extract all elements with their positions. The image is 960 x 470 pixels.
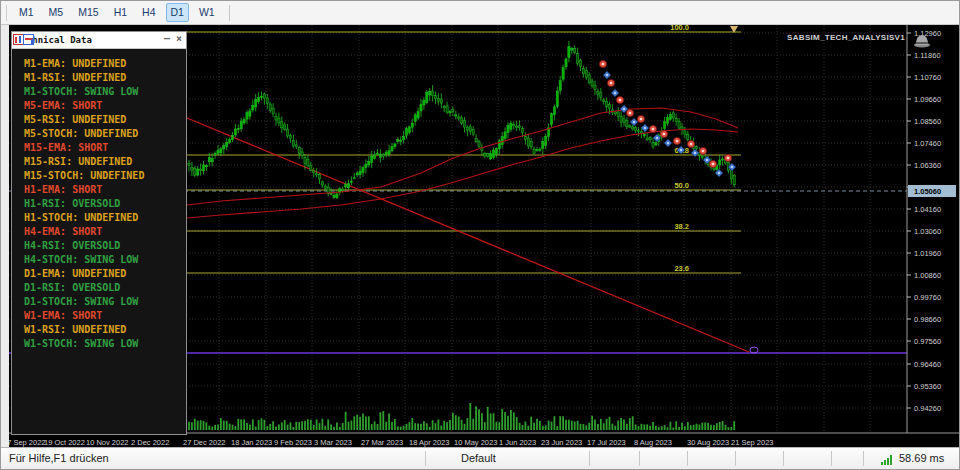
indicator-row-m5-ema: M5-EMA: SHORT [24, 99, 186, 113]
svg-text:0.96460: 0.96460 [914, 360, 941, 369]
svg-text:1.06360: 1.06360 [914, 161, 941, 170]
indicator-row-m1-rsi: M1-RSI: UNDEFINED [24, 71, 186, 85]
indicator-row-h1-rsi: H1-RSI: OVERSOLD [24, 197, 186, 211]
svg-text:50.0: 50.0 [674, 181, 689, 190]
svg-text:1.11860: 1.11860 [914, 51, 941, 60]
svg-text:1.12960: 1.12960 [914, 29, 941, 38]
svg-text:27 Dec 2022: 27 Dec 2022 [183, 438, 226, 447]
panel-titlebar[interactable]: Technical Data – × [12, 32, 186, 49]
timeframe-button-m1[interactable]: M1 [14, 3, 39, 22]
svg-text:10 Nov 2022: 10 Nov 2022 [86, 438, 129, 447]
timeframe-button-w1[interactable]: W1 [194, 3, 220, 22]
svg-text:0.97560: 0.97560 [914, 337, 941, 346]
svg-text:27 Sep 2022: 27 Sep 2022 [9, 438, 46, 447]
indicator-row-m5-stoch: M5-STOCH: UNDEFINED [24, 127, 186, 141]
indicator-row-m15-stoch: M15-STOCH: UNDEFINED [24, 169, 186, 183]
indicator-row-m5-rsi: M5-RSI: UNDEFINED [24, 113, 186, 127]
svg-text:1.04160: 1.04160 [914, 205, 941, 214]
svg-text:1.00860: 1.00860 [914, 271, 941, 280]
indicator-row-m15-rsi: M15-RSI: UNDEFINED [24, 155, 186, 169]
timeframe-button-h4[interactable]: H4 [137, 3, 160, 22]
svg-text:1.01960: 1.01960 [914, 249, 941, 258]
svg-text:1.10760: 1.10760 [914, 73, 941, 82]
indicator-row-w1-rsi: W1-RSI: UNDEFINED [24, 323, 186, 337]
indicator-row-h1-stoch: H1-STOCH: UNDEFINED [24, 211, 186, 225]
svg-text:10 May 2023: 10 May 2023 [454, 438, 497, 447]
svg-text:9 Feb 2023: 9 Feb 2023 [274, 438, 312, 447]
svg-text:18 Jan 2023: 18 Jan 2023 [231, 438, 272, 447]
timeframe-button-d1[interactable]: D1 [166, 3, 189, 22]
svg-text:1.08560: 1.08560 [914, 117, 941, 126]
close-icon[interactable]: × [176, 31, 182, 47]
indicator-row-h4-stoch: H4-STOCH: SWING LOW [24, 253, 186, 267]
timeframe-button-m15[interactable]: M15 [73, 3, 103, 22]
panel-body: M1-EMA: UNDEFINEDM1-RSI: UNDEFINEDM1-STO… [12, 49, 186, 351]
indicator-row-w1-ema: W1-EMA: SHORT [24, 309, 186, 323]
svg-text:23.6: 23.6 [674, 264, 689, 273]
status-divider [863, 451, 864, 466]
svg-text:19 Oct 2022: 19 Oct 2022 [44, 438, 85, 447]
minimize-icon[interactable]: – [164, 31, 170, 47]
svg-text:2 Dec 2022: 2 Dec 2022 [131, 438, 169, 447]
svg-text:1.09660: 1.09660 [914, 95, 941, 104]
svg-text:8 Aug 2023: 8 Aug 2023 [634, 438, 672, 447]
timeframe-toolbar: M1M5M15H1H4D1W1 [1, 1, 959, 25]
indicator-row-m15-ema: M15-EMA: SHORT [24, 141, 186, 155]
timeframe-button-h1[interactable]: H1 [109, 3, 132, 22]
terminal-window: M1M5M15H1H4D1W1 100.061.850.038.223.61.1… [0, 0, 960, 470]
svg-text:23 Jun 2023: 23 Jun 2023 [541, 438, 582, 447]
status-divider [831, 451, 832, 466]
svg-text:0.94260: 0.94260 [914, 404, 941, 413]
indicator-row-m1-stoch: M1-STOCH: SWING LOW [24, 85, 186, 99]
status-divider [783, 451, 784, 466]
indicator-row-h4-rsi: H4-RSI: OVERSOLD [24, 239, 186, 253]
svg-text:100.0: 100.0 [670, 25, 689, 32]
status-divider [589, 451, 590, 466]
indicator-row-d1-rsi: D1-RSI: OVERSOLD [24, 281, 186, 295]
status-help-text: Für Hilfe,F1 drücken [9, 452, 109, 464]
indicator-row-d1-stoch: D1-STOCH: SWING LOW [24, 295, 186, 309]
svg-text:30 Aug 2023: 30 Aug 2023 [687, 438, 729, 447]
indicator-row-w1-stoch: W1-STOCH: SWING LOW [24, 337, 186, 351]
status-divider [687, 451, 688, 466]
svg-text:0.99760: 0.99760 [914, 293, 941, 302]
timeframe-button-m5[interactable]: M5 [44, 3, 69, 22]
svg-text:1.07460: 1.07460 [914, 139, 941, 148]
svg-text:0.95360: 0.95360 [914, 382, 941, 391]
svg-text:38.2: 38.2 [674, 222, 689, 231]
indicator-row-d1-ema: D1-EMA: UNDEFINED [24, 267, 186, 281]
status-bar: Für Hilfe,F1 drücken Default 58.69 ms [1, 447, 959, 469]
status-latency: 58.69 ms [899, 452, 944, 464]
svg-text:1.03060: 1.03060 [914, 227, 941, 236]
current-price-value: 1.05060 [914, 187, 941, 196]
status-divider [425, 451, 426, 466]
svg-text:21 Sep 2023: 21 Sep 2023 [731, 438, 774, 447]
svg-text:17 Jul 2023: 17 Jul 2023 [587, 438, 626, 447]
ea-name-label: SABSIM_TECH_ANALYSISV1 [787, 33, 905, 42]
connection-signal-icon [881, 455, 895, 465]
indicator-row-h1-ema: H1-EMA: SHORT [24, 183, 186, 197]
status-divider [639, 451, 640, 466]
indicator-row-m1-ema: M1-EMA: UNDEFINED [24, 57, 186, 71]
chart-doc-icon [23, 34, 34, 45]
svg-text:1 Jun 2023: 1 Jun 2023 [499, 438, 536, 447]
indicator-row-h4-ema: H4-EMA: SHORT [24, 225, 186, 239]
svg-text:27 Mar 2023: 27 Mar 2023 [361, 438, 403, 447]
toolbar-grip[interactable] [6, 5, 7, 21]
status-divider [735, 451, 736, 466]
svg-text:0.98660: 0.98660 [914, 315, 941, 324]
status-profile[interactable]: Default [461, 452, 496, 464]
technical-data-panel[interactable]: Technical Data – × M1-EMA: UNDEFINEDM1-R… [11, 31, 187, 435]
svg-text:3 Mar 2023: 3 Mar 2023 [314, 438, 352, 447]
toolbar-separator [229, 5, 230, 21]
time-axis[interactable]: 27 Sep 202219 Oct 202210 Nov 20222 Dec 2… [9, 438, 774, 447]
svg-text:18 Apr 2023: 18 Apr 2023 [409, 438, 449, 447]
